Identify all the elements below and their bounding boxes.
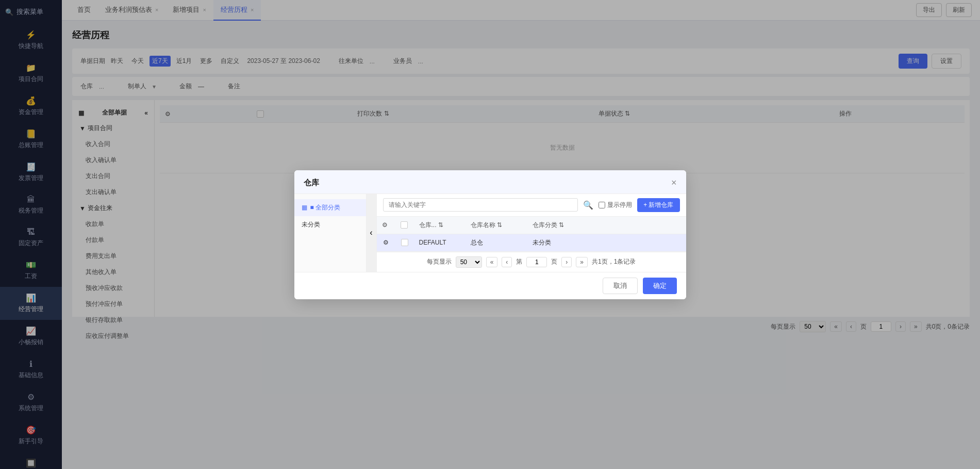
modal-th-name: 仓库名称 ⇅ bbox=[466, 217, 527, 234]
modal-page-input[interactable] bbox=[526, 257, 547, 267]
modal-tree: ▦ ■ 全部分类 未分类 bbox=[294, 194, 367, 272]
modal-total-text: 共1页，1条记录 bbox=[592, 257, 636, 266]
modal-th-settings[interactable]: ⚙ bbox=[377, 217, 395, 234]
modal-tree-area: ▦ ■ 全部分类 未分类 ‹ bbox=[294, 194, 377, 272]
sort-category[interactable]: 仓库分类 ⇅ bbox=[533, 221, 564, 230]
modal-th-checkbox[interactable] bbox=[395, 217, 414, 234]
modal-tree-uncategorized[interactable]: 未分类 bbox=[294, 216, 366, 233]
cancel-button[interactable]: 取消 bbox=[603, 278, 638, 294]
modal-next-page-btn[interactable]: › bbox=[561, 257, 572, 267]
confirm-button[interactable]: 确定 bbox=[643, 278, 677, 294]
all-category-grid-icon: ▦ bbox=[302, 204, 307, 211]
row-checkbox[interactable] bbox=[395, 234, 414, 251]
modal-first-page-btn[interactable]: « bbox=[486, 257, 498, 267]
modal-body: ▦ ■ 全部分类 未分类 ‹ 🔍 bbox=[294, 194, 686, 272]
modal-page-size-label: 每页显示 bbox=[427, 257, 452, 266]
table-row[interactable]: ⚙ DEFAULT 总仓 未分类 bbox=[377, 234, 686, 251]
modal-close-button[interactable]: × bbox=[671, 177, 677, 188]
add-warehouse-button[interactable]: + 新增仓库 bbox=[637, 198, 679, 212]
modal-page-label: 第 bbox=[516, 257, 522, 266]
modal-table-area: 🔍 显示停用 + 新增仓库 ⚙ 仓库... ⇅ bbox=[377, 194, 686, 272]
modal-header: 仓库 × bbox=[294, 170, 686, 194]
all-category-label: ■ 全部分类 bbox=[310, 203, 341, 212]
modal-toolbar: 🔍 显示停用 + 新增仓库 bbox=[377, 194, 686, 217]
row-category: 未分类 bbox=[527, 234, 686, 251]
modal-page-size-select[interactable]: 50 10 20 100 bbox=[456, 256, 482, 268]
modal-data-table: ⚙ 仓库... ⇅ 仓库名称 ⇅ 仓库分类 ⇅ ⚙ DEFA bbox=[377, 217, 686, 252]
modal-last-page-btn[interactable]: » bbox=[576, 257, 588, 267]
modal-prev-page-btn[interactable]: ‹ bbox=[502, 257, 512, 267]
modal-page-suffix: 页 bbox=[551, 257, 557, 266]
modal-overlay: 仓库 × ▦ ■ 全部分类 未分类 ‹ bbox=[0, 0, 980, 469]
uncategorized-label: 未分类 bbox=[302, 220, 320, 229]
row-settings[interactable]: ⚙ bbox=[377, 234, 395, 251]
modal-search-input[interactable] bbox=[383, 198, 578, 212]
modal-title: 仓库 bbox=[304, 178, 319, 188]
modal-tree-collapse-btn[interactable]: ‹ bbox=[367, 194, 377, 272]
modal-th-category: 仓库分类 ⇅ bbox=[527, 217, 686, 234]
row-code: DEFAULT bbox=[414, 234, 466, 251]
sort-code[interactable]: 仓库... ⇅ bbox=[419, 221, 443, 230]
modal-tree-all-category[interactable]: ▦ ■ 全部分类 bbox=[294, 199, 366, 216]
modal-search-icon[interactable]: 🔍 bbox=[583, 200, 593, 210]
show-disabled-checkbox[interactable] bbox=[599, 202, 605, 208]
show-disabled-label[interactable]: 显示停用 bbox=[599, 201, 632, 209]
modal-table-scroll: ⚙ 仓库... ⇅ 仓库名称 ⇅ 仓库分类 ⇅ ⚙ DEFA bbox=[377, 217, 686, 252]
modal-th-code: 仓库... ⇅ bbox=[414, 217, 466, 234]
collapse-icon: ‹ bbox=[370, 228, 372, 237]
row-name: 总仓 bbox=[466, 234, 527, 251]
warehouse-modal: 仓库 × ▦ ■ 全部分类 未分类 ‹ bbox=[294, 170, 686, 299]
sort-name[interactable]: 仓库名称 ⇅ bbox=[471, 221, 502, 230]
modal-footer: 取消 确定 bbox=[294, 272, 686, 299]
modal-pagination: 每页显示 50 10 20 100 « ‹ 第 页 › » 共1页，1条记录 bbox=[377, 252, 686, 272]
show-disabled-text: 显示停用 bbox=[607, 201, 632, 209]
